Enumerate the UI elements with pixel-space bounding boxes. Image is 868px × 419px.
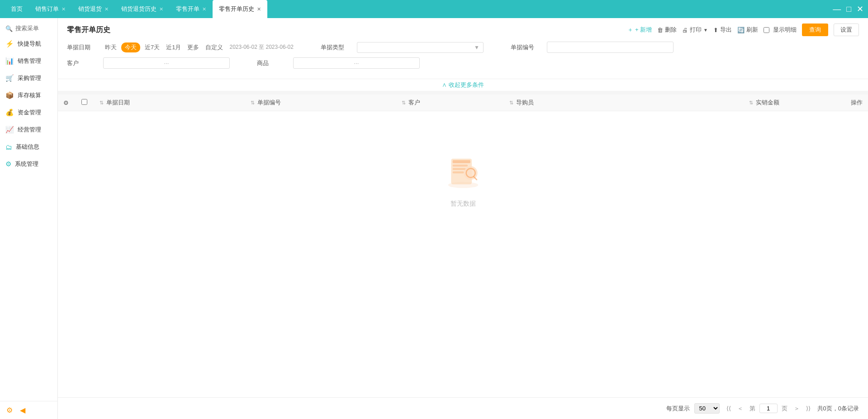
purchase-icon: 🛒 [5,74,14,82]
date-range-display: 2023-06-02 至 2023-06-02 [229,43,293,51]
export-icon: ⬆ [713,27,718,33]
page-nav: ⟨⟨ ＜ 第 页 ＞ ⟩⟩ [724,404,813,414]
sidebar-item-inventory[interactable]: 📦 库存核算 [0,87,57,104]
search-icon: 🔍 [5,25,13,32]
empty-illustration [441,147,486,193]
main-layout: 🔍 搜索采单 ⚡ 快捷导航 📊 销售管理 🛒 采购管理 📦 库存核算 💰 资金管… [0,18,868,419]
refresh-button[interactable]: 🔄 刷新 [737,26,758,34]
print-button[interactable]: 🖨 打印 ▼ [682,26,708,34]
window-maximize[interactable]: □ [846,5,851,14]
sidebar-item-quick-nav[interactable]: ⚡ 快捷导航 [0,35,57,52]
tab-sales-order[interactable]: 销售订单 ✕ [29,0,72,18]
settings-button[interactable]: 设置 [834,24,859,36]
svg-rect-3 [452,165,467,166]
date-opt-custom[interactable]: 自定义 [204,42,225,52]
display-detail-checkbox[interactable] [764,27,769,33]
number-input[interactable] [547,42,674,53]
per-page-label: 每页显示 [666,405,690,413]
delete-button[interactable]: 🗑 删除 [657,26,677,34]
window-close[interactable]: ✕ [857,4,863,14]
table-header-row: ⚙ ⇅ 单据日期 ⇅ 单据编号 [58,94,868,111]
page-last-btn[interactable]: ⟩⟩ [804,404,813,413]
goods-input[interactable]: ··· [293,57,420,69]
sidebar-item-finance[interactable]: 💰 资金管理 [0,104,57,121]
sidebar-item-operations[interactable]: 📈 经营管理 [0,121,57,138]
tab-sales-return[interactable]: 销货退货 ✕ [72,0,115,18]
data-table: ⚙ ⇅ 单据日期 ⇅ 单据编号 [58,94,868,111]
collapse-bar[interactable]: ∧ 收起更多条件 [58,79,868,91]
col-customer[interactable]: ⇅ 客户 [396,94,504,111]
col-date[interactable]: ⇅ 单据日期 [94,94,245,111]
tab-retail-order[interactable]: 零售开单 ✕ [170,0,213,18]
page-label: 第 [747,404,758,414]
type-dropdown-icon: ▼ [474,44,479,51]
sidebar-item-basic-info[interactable]: 🗂 基础信息 [0,138,57,155]
date-opt-more[interactable]: 更多 [185,42,201,52]
page-unit: 页 [779,404,790,414]
window-minimize[interactable]: — [833,5,841,14]
col-checkbox[interactable] [76,94,94,111]
date-options: 昨天 今天 近7天 近1月 更多 自定义 2023-06-02 至 2023-0… [103,42,294,52]
svg-rect-5 [452,171,464,173]
tab-sales-return-history[interactable]: 销货退货历史 ✕ [115,0,170,18]
page-next-btn[interactable]: ＞ [792,404,802,414]
col-guide[interactable]: ⇅ 导购员 [504,94,633,111]
date-opt-today[interactable]: 今天 [121,42,140,52]
sidebar-settings-icon[interactable]: ⚙ [6,406,13,414]
date-opt-yesterday[interactable]: 昨天 [103,42,119,52]
page-title: 零售开单历史 [67,25,110,35]
filter-row-1: 单据日期 昨天 今天 近7天 近1月 更多 自定义 2023-06-02 至 2… [67,42,859,53]
add-button[interactable]: ＋ + 新增 [627,26,652,34]
sidebar-item-system[interactable]: ⚙ 系统管理 [0,155,57,173]
tab-homepage[interactable]: 首页 [5,0,29,18]
col-action: 操作 [785,94,868,111]
tab-close-retail-history[interactable]: ✕ [257,6,261,12]
table-section: ⚙ ⇅ 单据日期 ⇅ 单据编号 [58,94,868,397]
sidebar-bottom: ⚙ ◀ [0,401,57,419]
tab-close-sales-return[interactable]: ✕ [104,6,109,12]
query-button[interactable]: 查询 [802,24,828,36]
sidebar-item-sales[interactable]: 📊 销售管理 [0,52,57,70]
table-settings-icon[interactable]: ⚙ [63,99,69,106]
refresh-icon: 🔄 [737,27,745,33]
svg-rect-2 [452,160,470,163]
svg-rect-4 [452,168,465,170]
delete-icon: 🗑 [657,27,663,33]
tab-close-sales-return-history[interactable]: ✕ [159,6,163,12]
tab-close-sales-order[interactable]: ✕ [62,6,66,12]
per-page-select[interactable]: 50 10 20 100 [694,403,720,414]
empty-text: 暂无数据 [451,200,476,208]
operations-icon: 📈 [5,126,14,134]
pagination: 每页显示 50 10 20 100 ⟨⟨ ＜ 第 页 ＞ ⟩⟩ 共0页，0条记录 [58,397,868,419]
basic-info-icon: 🗂 [5,143,12,151]
select-all-checkbox[interactable] [81,99,87,105]
export-button[interactable]: ⬆ 导出 [713,26,732,34]
page-header: 零售开单历史 ＋ + 新增 🗑 删除 🖨 打印 ▼ ⬆ 导出 [58,18,868,36]
col-number[interactable]: ⇅ 单据编号 [245,94,396,111]
sidebar-search[interactable]: 🔍 搜索采单 [0,22,57,35]
type-select[interactable]: ▼ [357,42,484,53]
add-icon: ＋ [627,26,633,34]
content-area: 零售开单历史 ＋ + 新增 🗑 删除 🖨 打印 ▼ ⬆ 导出 [58,18,868,419]
toolbar: ＋ + 新增 🗑 删除 🖨 打印 ▼ ⬆ 导出 🔄 [627,24,859,36]
date-opt-7days[interactable]: 近7天 [143,42,161,52]
sidebar-item-purchase[interactable]: 🛒 采购管理 [0,70,57,87]
tab-close-retail-order[interactable]: ✕ [202,6,206,12]
filter-area: 单据日期 昨天 今天 近7天 近1月 更多 自定义 2023-06-02 至 2… [58,36,868,79]
sort-customer-icon: ⇅ [402,100,406,105]
finance-icon: 💰 [5,108,14,117]
sort-amount-icon: ⇅ [749,100,753,105]
number-label: 单据编号 [511,43,538,52]
page-input[interactable] [759,404,778,413]
sales-icon: 📊 [5,57,14,65]
sidebar-collapse-icon[interactable]: ◀ [20,406,25,414]
display-detail-button[interactable]: 显示明细 [764,26,797,34]
date-opt-1month[interactable]: 近1月 [164,42,183,52]
date-label: 单据日期 [67,43,94,52]
customer-input[interactable]: ··· [103,57,230,69]
page-first-btn[interactable]: ⟨⟨ [724,404,733,413]
col-amount[interactable]: ⇅ 实销金额 [634,94,785,111]
col-settings[interactable]: ⚙ [58,94,76,111]
tab-retail-order-history[interactable]: 零售开单历史 ✕ [213,0,267,18]
page-prev-btn[interactable]: ＜ [735,404,745,414]
